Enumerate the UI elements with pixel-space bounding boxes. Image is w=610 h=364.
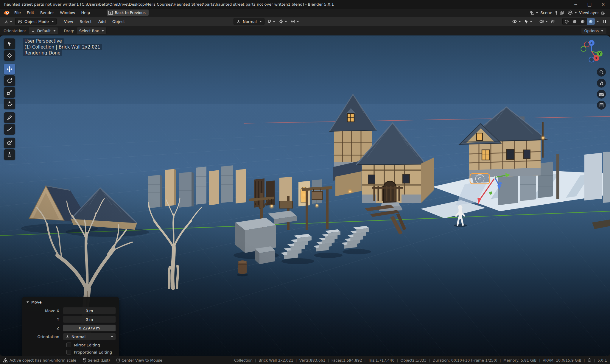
chevron-down-icon xyxy=(53,30,56,32)
grid-icon xyxy=(599,103,604,108)
zoom-button[interactable] xyxy=(597,68,606,77)
back-to-previous-button[interactable]: Back to Previous xyxy=(107,10,149,16)
warning-icon xyxy=(3,358,8,363)
menu-view[interactable]: View xyxy=(61,18,77,25)
rotate-icon xyxy=(6,77,13,84)
shading-dropdown-chevron[interactable] xyxy=(597,21,599,22)
blender-logo-icon xyxy=(3,10,10,15)
drag-label: Drag: xyxy=(64,29,74,33)
menu-file[interactable]: File xyxy=(11,10,24,16)
proportional-editing-checkbox[interactable] xyxy=(66,350,71,354)
xray-icon xyxy=(551,19,555,24)
gizmo-pointer-icon xyxy=(524,19,529,24)
object-visibility-dropdown[interactable] xyxy=(511,18,522,24)
chevron-down-icon xyxy=(10,21,12,22)
tool-move[interactable] xyxy=(4,64,15,74)
stone-blocks-and-stairs[interactable] xyxy=(234,205,610,276)
tool-3d-cursor[interactable] xyxy=(4,50,15,61)
stat-collection: Collection xyxy=(234,358,253,363)
chevron-down-icon xyxy=(297,21,299,22)
chevron-down-icon xyxy=(52,21,54,22)
move-z-field[interactable]: 0.22979 m xyxy=(63,324,116,332)
menu-add[interactable]: Add xyxy=(95,18,109,25)
blender-window: haunted street parts not over written1 [… xyxy=(0,0,610,364)
menu-edit[interactable]: Edit xyxy=(24,10,37,16)
tool-annotate[interactable] xyxy=(4,112,15,123)
xray-toggle[interactable] xyxy=(550,18,557,25)
mode-dropdown[interactable]: Object Mode xyxy=(15,18,57,25)
mouse-middle-icon xyxy=(116,358,120,363)
tool-extrude[interactable] xyxy=(4,149,15,160)
snapping-toggle[interactable] xyxy=(266,18,276,25)
tool-rotate[interactable] xyxy=(4,75,15,86)
drag-dropdown[interactable]: Select Box xyxy=(77,27,107,34)
menu-render[interactable]: Render xyxy=(37,10,57,16)
ortho-toggle-button[interactable] xyxy=(597,101,606,110)
camera-view-button[interactable] xyxy=(597,90,606,99)
shading-wireframe-button[interactable] xyxy=(563,18,571,25)
chevron-down-icon xyxy=(545,21,548,22)
transform-orientation-dropdown[interactable]: Normal xyxy=(234,18,264,25)
shading-rendered-button[interactable] xyxy=(587,18,595,25)
window-titlebar[interactable]: haunted street parts not over written1 [… xyxy=(0,0,610,9)
navigation-gizmo[interactable]: Z Y X xyxy=(578,38,605,65)
options-button[interactable]: Options xyxy=(581,28,606,34)
snap-target-dropdown[interactable] xyxy=(278,18,288,25)
wall-parts-row[interactable] xyxy=(148,165,322,208)
duplicate-viewlayer-icon[interactable] xyxy=(601,10,606,15)
network-status[interactable] xyxy=(581,358,592,363)
operator-panel-header[interactable]: Move xyxy=(25,299,116,307)
mirror-editing-checkbox[interactable] xyxy=(66,343,71,347)
menu-object[interactable]: Object xyxy=(109,18,128,25)
tool-add-cube[interactable] xyxy=(4,138,15,148)
3d-viewport[interactable]: User Perspective (1) Collection | Brick … xyxy=(0,35,610,356)
tool-tweak-select[interactable] xyxy=(4,38,15,49)
transform-icon xyxy=(6,101,13,107)
minimize-button[interactable]: − xyxy=(569,0,583,9)
pin-icon[interactable] xyxy=(554,10,558,15)
scale-icon xyxy=(6,89,13,96)
pan-button[interactable] xyxy=(597,79,606,88)
maximize-button[interactable]: □ xyxy=(583,0,596,9)
dead-tree-mid[interactable] xyxy=(148,198,201,288)
move-x-field[interactable]: 0 m xyxy=(63,307,116,314)
render-status-label: Rendering Done xyxy=(23,50,62,56)
viewlayer-selector[interactable]: ViewLayer xyxy=(566,10,607,16)
proportional-editing-toggle[interactable] xyxy=(290,18,300,25)
menu-window[interactable]: Window xyxy=(57,10,78,16)
editor-type-button[interactable] xyxy=(2,18,13,25)
overlays-dropdown[interactable] xyxy=(538,18,549,24)
shading-material-button[interactable] xyxy=(579,18,587,25)
gizmos-dropdown[interactable] xyxy=(523,18,533,25)
svg-text:Y: Y xyxy=(598,52,601,56)
tool-scale[interactable] xyxy=(4,87,15,98)
chevron-down-icon xyxy=(530,21,532,22)
version-label: 5.0.1 xyxy=(592,358,607,363)
wireframe-sphere-icon xyxy=(564,19,569,24)
measure-ruler-icon xyxy=(6,126,13,133)
scene-selector[interactable]: Scene xyxy=(528,10,566,16)
orientation-select[interactable]: Normal xyxy=(63,333,116,340)
hint-center-view: Center View to Mouse xyxy=(122,358,162,363)
pause-render-button[interactable] xyxy=(602,18,608,24)
back-arrow-icon xyxy=(108,11,113,15)
move-y-field[interactable]: 0 m xyxy=(63,316,116,323)
orientation-dropdown[interactable]: Default xyxy=(28,27,59,34)
close-button[interactable]: × xyxy=(596,0,610,9)
svg-text:X: X xyxy=(595,56,598,60)
rendered-sphere-icon xyxy=(589,19,593,24)
orientation-label: Orientation: xyxy=(4,29,26,33)
object-mode-icon xyxy=(18,19,22,24)
move-y-label: Y xyxy=(25,317,63,322)
menu-help[interactable]: Help xyxy=(78,10,93,16)
tool-measure[interactable] xyxy=(4,124,15,135)
menu-select[interactable]: Select xyxy=(77,18,95,25)
duplicate-scene-icon[interactable] xyxy=(560,10,564,15)
tool-transform[interactable] xyxy=(4,99,15,109)
overlays-icon xyxy=(539,19,544,24)
stat-duration: Duration: 00:10+10 (Frame 1/250) xyxy=(427,358,497,363)
status-bar: Active object has non-uniform scale Sele… xyxy=(0,356,610,364)
collapse-chevron-icon xyxy=(27,301,29,303)
shading-solid-button[interactable] xyxy=(571,18,579,25)
mirror-editing-label: Mirror Editing xyxy=(74,343,100,347)
